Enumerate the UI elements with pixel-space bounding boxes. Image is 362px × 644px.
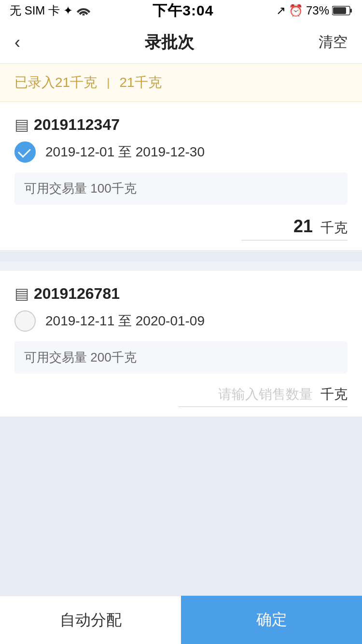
- batch2-date-row[interactable]: 2019-12-11 至 2020-01-09: [14, 310, 348, 332]
- batch1-available: 可用交易量 100千克: [14, 172, 348, 205]
- status-bar: 无 SIM 卡 ✦ 下午3:04 ↗ ⏰ 73%: [0, 0, 362, 21]
- batch1-date: 2019-12-01 至 2019-12-30: [45, 143, 205, 161]
- batch2-id: 2019126781: [34, 285, 120, 303]
- batch2-icon: ▤: [14, 284, 29, 303]
- info-divider-icon: |: [107, 76, 110, 89]
- batch2-card: ▤ 2019126781 2019-12-11 至 2020-01-09 可用交…: [0, 271, 362, 417]
- batch1-icon: ▤: [14, 115, 29, 134]
- batch2-radio[interactable]: [14, 310, 36, 332]
- page-title: 录批次: [145, 31, 194, 54]
- batch1-card: ▤ 2019112347 2019-12-01 至 2019-12-30 可用交…: [0, 102, 362, 251]
- nav-bar: ‹ 录批次 清空: [0, 21, 362, 64]
- status-time: 下午3:04: [153, 1, 213, 21]
- status-right: ↗ ⏰ 73%: [276, 4, 352, 17]
- batch2-date: 2019-12-11 至 2020-01-09: [45, 312, 205, 330]
- auto-distribute-button[interactable]: 自动分配: [0, 596, 181, 644]
- batch1-id: 2019112347: [34, 116, 120, 134]
- back-button[interactable]: ‹: [14, 32, 20, 53]
- wifi-icon: [77, 6, 90, 15]
- info-value: 21千克: [119, 73, 161, 92]
- batch2-input-row: 请输入销售数量 千克: [0, 374, 362, 417]
- svg-rect-2: [350, 9, 352, 13]
- batch2-input-placeholder[interactable]: 请输入销售数量: [218, 385, 313, 404]
- section-separator: [0, 252, 362, 261]
- batch2-available: 可用交易量 200千克: [14, 341, 348, 374]
- batch1-date-row[interactable]: 2019-12-01 至 2019-12-30: [14, 141, 348, 163]
- batch1-id-row: ▤ 2019112347: [14, 115, 348, 134]
- batch2-input-unit: 千克: [320, 385, 348, 404]
- confirm-button[interactable]: 确定: [181, 596, 362, 644]
- location-icon: ↗: [276, 4, 286, 17]
- battery-icon: [332, 5, 352, 16]
- batch2-id-row: ▤ 2019126781: [14, 284, 348, 303]
- svg-rect-3: [333, 7, 346, 14]
- recorded-label: 已录入21千克: [14, 73, 97, 92]
- battery-text: 73%: [306, 4, 329, 17]
- svg-point-0: [82, 14, 84, 16]
- clock-icon: ⏰: [289, 4, 303, 17]
- batch1-quantity-row: 21 千克: [0, 205, 362, 251]
- bottom-bar: 自动分配 确定: [0, 596, 362, 644]
- status-left: 无 SIM 卡 ✦: [10, 3, 90, 18]
- no-sim-text: 无 SIM 卡 ✦: [10, 3, 73, 18]
- batch1-underline: [241, 240, 348, 240]
- main-content: 已录入21千克 | 21千克 ▤ 2019112347 2019-12-01 至…: [0, 64, 362, 644]
- info-banner: 已录入21千克 | 21千克: [0, 64, 362, 102]
- batch1-quantity-unit: 千克: [320, 219, 348, 237]
- batch1-radio[interactable]: [14, 141, 36, 163]
- clear-button[interactable]: 清空: [319, 32, 348, 52]
- batch2-underline: [179, 406, 348, 407]
- batch1-quantity-value[interactable]: 21: [293, 216, 313, 237]
